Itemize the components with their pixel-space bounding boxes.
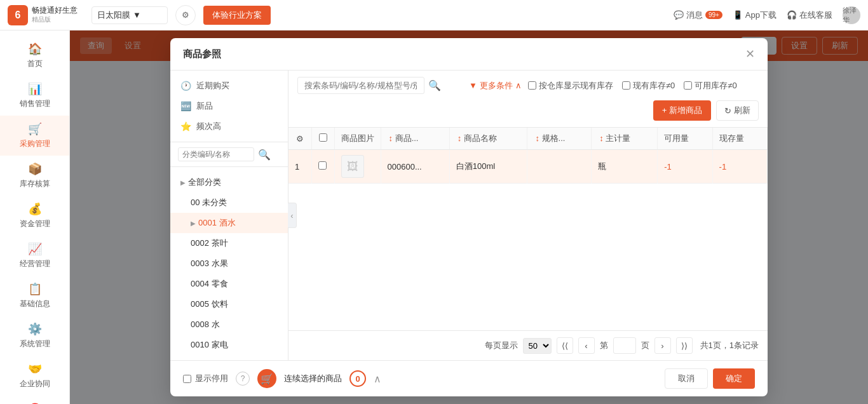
online-service-label: 在线客服 bbox=[799, 10, 832, 21]
filter-more-btn[interactable]: ▼ 更多条件 ∧ bbox=[469, 80, 522, 91]
left-tab-new-label: 新品 bbox=[196, 100, 213, 112]
first-page-btn[interactable]: ⟨⟨ bbox=[557, 337, 573, 354]
sidebar-item-purchase[interactable]: 🛒 采购管理 bbox=[0, 116, 69, 156]
tree-drinks[interactable]: 0005 饮料 bbox=[170, 294, 288, 314]
checkbox-stock-input[interactable] bbox=[528, 81, 536, 90]
content-area: 查询 设置 查询 设置 刷新 商品参照 ✕ bbox=[70, 30, 868, 404]
left-search-input[interactable] bbox=[178, 147, 254, 161]
app-download-btn[interactable]: 📱 App下载 bbox=[733, 10, 776, 21]
last-page-btn[interactable]: ⟩⟩ bbox=[676, 337, 693, 354]
product-image: 🖼 bbox=[341, 155, 364, 178]
row-spec bbox=[527, 150, 592, 184]
checkbox-stock-not-zero-input[interactable] bbox=[622, 81, 630, 90]
tree-liquor[interactable]: ▶ 0001 酒水 bbox=[170, 213, 288, 233]
checkbox-group: 按仓库显示现有库存 现有库存≠0 可用库存≠0 bbox=[528, 80, 737, 91]
tree-unclassified[interactable]: 00 未分类 bbox=[170, 192, 288, 213]
modal-title: 商品参照 bbox=[183, 48, 221, 60]
product-search-icon[interactable]: 🔍 bbox=[428, 79, 441, 91]
col-unit-header[interactable]: ↕ 主计量 bbox=[592, 128, 658, 150]
settings-button[interactable]: ⚙ bbox=[175, 5, 196, 25]
sidebar-item-inventory[interactable]: 📦 库存核算 bbox=[0, 156, 69, 196]
row-stock: -1 bbox=[712, 150, 767, 184]
headphone-icon: 🎧 bbox=[787, 10, 797, 20]
show-disabled-input[interactable] bbox=[183, 375, 191, 383]
collapse-cart-btn[interactable]: ∧ bbox=[374, 373, 381, 385]
settings-icon[interactable]: ⚙ bbox=[296, 134, 304, 144]
image-icon: 🖼 bbox=[347, 160, 358, 173]
username: 徐泽华 bbox=[843, 6, 860, 25]
checkbox-available-not-zero[interactable]: 可用库存≠0 bbox=[684, 80, 736, 91]
chevron-down-icon: ▼ bbox=[133, 10, 141, 20]
select-all-checkbox[interactable] bbox=[319, 133, 327, 142]
product-table: ⚙ 商品图片 bbox=[288, 128, 768, 184]
left-tab-recent[interactable]: 🕐 近期购买 bbox=[170, 76, 288, 96]
modal-close-button[interactable]: ✕ bbox=[745, 47, 755, 61]
row-available: -1 bbox=[658, 150, 712, 184]
modal-body: 🕐 近期购买 🆕 新品 ⭐ 频次高 bbox=[170, 71, 768, 360]
cancel-btn[interactable]: 取消 bbox=[665, 368, 708, 389]
col-product-name-header[interactable]: ↕ 商品名称 bbox=[449, 128, 527, 150]
toolbar: 🔍 ▼ 更多条件 ∧ 按仓库显示现有库存 bbox=[288, 71, 768, 128]
row-select-checkbox[interactable] bbox=[318, 161, 327, 170]
sort-unit-icon: ↕ bbox=[599, 133, 604, 143]
checkbox-stock-not-zero[interactable]: 现有库存≠0 bbox=[622, 80, 675, 91]
cart-label: 连续选择的商品 bbox=[284, 373, 342, 384]
product-search-input[interactable] bbox=[297, 77, 424, 94]
sidebar: 🏠 首页 📊 销售管理 🛒 采购管理 📦 库存核算 💰 资金管理 📈 经营管理 … bbox=[0, 30, 70, 404]
col-stock-header[interactable]: 现存量 bbox=[712, 128, 767, 150]
top-nav: 6 畅捷通好生意 精品版 日太阳膜 ▼ ⚙ 体验行业方案 💬 消息 99+ 📱 … bbox=[0, 0, 868, 30]
sidebar-item-collab[interactable]: 🤝 企业协同 bbox=[0, 356, 69, 396]
sidebar-label-system: 系统管理 bbox=[20, 339, 50, 349]
sidebar-item-basic-info[interactable]: 📋 基础信息 bbox=[0, 276, 69, 316]
sidebar-item-operations[interactable]: 📈 经营管理 bbox=[0, 236, 69, 276]
col-spec-header[interactable]: ↕ 规格... bbox=[527, 128, 592, 150]
collab-icon: 🤝 bbox=[28, 362, 42, 376]
col-available-header[interactable]: 可用量 bbox=[658, 128, 712, 150]
refresh-icon: ↻ bbox=[724, 106, 731, 116]
cart-icon[interactable]: 🛒 bbox=[257, 369, 276, 388]
store-selector[interactable]: 日太阳膜 ▼ bbox=[92, 6, 168, 24]
tree-tea[interactable]: 0002 茶叶 bbox=[170, 233, 288, 253]
next-page-btn[interactable]: › bbox=[654, 337, 671, 354]
sidebar-item-sales[interactable]: 📊 销售管理 bbox=[0, 76, 69, 116]
refresh-btn[interactable]: ↻ 刷新 bbox=[716, 100, 759, 121]
row-img: 🖼 bbox=[334, 150, 381, 184]
left-search-icon[interactable]: 🔍 bbox=[258, 149, 271, 161]
cart-count: 0 bbox=[349, 370, 366, 387]
tree-all-categories[interactable]: ▶ 全部分类 bbox=[170, 172, 288, 192]
table-row[interactable]: 1 🖼 bbox=[288, 150, 768, 184]
avatar[interactable]: 徐泽华 bbox=[843, 6, 860, 24]
message-badge: 99+ bbox=[705, 11, 722, 19]
messages-btn[interactable]: 💬 消息 99+ bbox=[674, 10, 722, 21]
page-unit: 页 bbox=[641, 340, 649, 351]
prev-page-btn[interactable]: ‹ bbox=[578, 337, 595, 354]
left-tab-new[interactable]: 🆕 新品 bbox=[170, 96, 288, 116]
show-disabled-checkbox[interactable]: 显示停用 bbox=[183, 373, 228, 384]
tree-fruit[interactable]: 0003 水果 bbox=[170, 253, 288, 274]
tree-appliances[interactable]: 0010 家电 bbox=[170, 335, 288, 355]
page-number-input[interactable]: 1 bbox=[613, 337, 636, 354]
checkbox-show-stock[interactable]: 按仓库显示现有库存 bbox=[528, 80, 613, 91]
checkbox-available-input[interactable] bbox=[684, 81, 692, 90]
app-download-label: App下载 bbox=[745, 10, 776, 21]
add-product-btn[interactable]: + 新增商品 bbox=[653, 100, 711, 121]
search-bar: 🔍 bbox=[297, 77, 463, 94]
home-icon: 🏠 bbox=[28, 42, 42, 56]
collapse-panel-btn[interactable]: ‹ bbox=[288, 203, 297, 228]
purchase-icon: 🛒 bbox=[28, 122, 42, 136]
tree-snacks[interactable]: 0004 零食 bbox=[170, 274, 288, 294]
confirm-btn[interactable]: 确定 bbox=[713, 368, 755, 389]
per-page-select[interactable]: 50 bbox=[523, 338, 552, 354]
left-tab-frequent[interactable]: ⭐ 频次高 bbox=[170, 116, 288, 137]
trial-btn[interactable]: 体验行业方案 bbox=[203, 6, 271, 25]
online-service-btn[interactable]: 🎧 在线客服 bbox=[787, 10, 832, 21]
system-icon: ⚙️ bbox=[28, 322, 42, 336]
sidebar-item-home[interactable]: 🏠 首页 bbox=[0, 36, 69, 76]
sidebar-item-finance[interactable]: 💰 资金管理 bbox=[0, 196, 69, 236]
help-icon[interactable]: ? bbox=[236, 372, 250, 386]
col-product-code-header[interactable]: ↕ 商品... bbox=[381, 128, 449, 150]
tree-water[interactable]: 0008 水 bbox=[170, 314, 288, 335]
sidebar-item-guide[interactable]: 🎯 新手引导 bbox=[0, 396, 69, 404]
sidebar-item-system[interactable]: ⚙️ 系统管理 bbox=[0, 316, 69, 356]
filter-label: 更多条件 bbox=[480, 80, 513, 91]
